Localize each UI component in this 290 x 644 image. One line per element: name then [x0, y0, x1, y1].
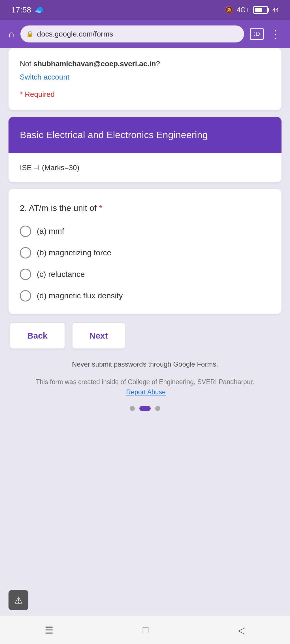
status-time: 17:58 — [11, 5, 31, 14]
battery-level: 44 — [272, 7, 279, 13]
dot-1 — [130, 406, 135, 411]
feedback-button[interactable]: ⚠ — [8, 590, 28, 610]
status-bar: 17:58 🧢 🔕 4G+ 44 — [0, 0, 290, 20]
radio-c[interactable] — [20, 269, 31, 280]
form-title-card: Basic Electrical and Electronics Enginee… — [8, 117, 282, 153]
question-card: 2. AT/m is the unit of * (a) mmf (b) mag… — [8, 189, 282, 314]
not-account-text: Not shubhamlchavan@coep.sveri.ac.in? — [20, 59, 270, 68]
browser-bar: ⌂ 🔒 docs.google.com/forms :D ⋮ — [0, 20, 290, 48]
url-bar[interactable]: 🔒 docs.google.com/forms — [20, 25, 244, 42]
switch-account-link[interactable]: Switch account — [20, 73, 270, 82]
tab-icon: :D — [254, 30, 260, 38]
feedback-icon: ⚠ — [14, 594, 23, 606]
nav-buttons: Back Next — [8, 322, 282, 349]
footer-info: This form was created inside of College … — [8, 377, 282, 398]
bell-icon: 🔕 — [225, 6, 233, 14]
report-abuse-link[interactable]: Report Abuse — [126, 388, 166, 396]
question-text: 2. AT/m is the unit of * — [20, 202, 270, 214]
page-dots — [8, 406, 282, 411]
nav-home-button[interactable]: □ — [134, 622, 157, 638]
status-emoji: 🧢 — [34, 5, 44, 15]
menu-button[interactable]: ⋮ — [270, 27, 282, 40]
nav-menu-button[interactable]: ☰ — [36, 622, 62, 639]
footer-warning: Never submit passwords through Google Fo… — [8, 360, 282, 368]
nav-back-button[interactable]: ◁ — [229, 622, 254, 639]
main-content: Not shubhamlchavan@coep.sveri.ac.in? Swi… — [0, 48, 290, 468]
battery-icon — [253, 6, 268, 14]
bottom-nav: ☰ □ ◁ — [0, 616, 290, 644]
option-c-label: (c) reluctance — [37, 270, 85, 279]
radio-a[interactable] — [20, 226, 31, 237]
tab-button[interactable]: :D — [250, 28, 264, 40]
radio-b[interactable] — [20, 247, 31, 258]
account-card: Not shubhamlchavan@coep.sveri.ac.in? Swi… — [8, 48, 282, 110]
required-label: * Required — [20, 90, 270, 99]
home-button[interactable]: ⌂ — [8, 28, 15, 40]
back-button[interactable]: Back — [10, 322, 65, 349]
radio-d[interactable] — [20, 290, 31, 301]
form-title: Basic Electrical and Electronics Enginee… — [20, 128, 270, 142]
signal-text: 4G+ — [237, 6, 250, 14]
email-text: shubhamlchavan@coep.sveri.ac.in — [33, 59, 156, 68]
option-d-label: (d) magnetic flux density — [37, 291, 123, 300]
footer-info-text: This form was created inside of College … — [36, 378, 254, 386]
required-star: * — [99, 203, 103, 213]
option-d-row[interactable]: (d) magnetic flux density — [20, 290, 270, 301]
status-icons: 🔕 4G+ 44 — [225, 6, 279, 14]
option-a-label: (a) mmf — [37, 227, 64, 236]
form-subtitle-card: ISE –I (Marks=30) — [8, 153, 282, 182]
option-b-row[interactable]: (b) magnetizing force — [20, 247, 270, 258]
url-text: docs.google.com/forms — [37, 30, 238, 38]
option-c-row[interactable]: (c) reluctance — [20, 269, 270, 280]
option-b-label: (b) magnetizing force — [37, 248, 111, 257]
lock-icon: 🔒 — [26, 30, 34, 38]
next-button[interactable]: Next — [72, 322, 125, 349]
dot-2 — [139, 406, 151, 411]
dot-3 — [155, 406, 160, 411]
form-subtitle: ISE –I (Marks=30) — [20, 163, 270, 172]
option-a-row[interactable]: (a) mmf — [20, 226, 270, 237]
